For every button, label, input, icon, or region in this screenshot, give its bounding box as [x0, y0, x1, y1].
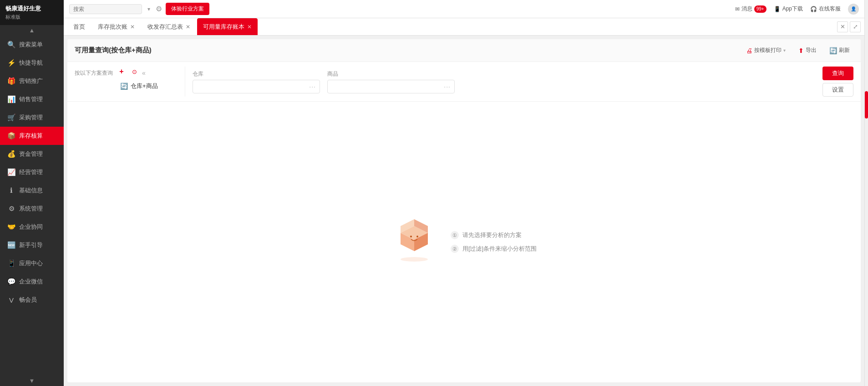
add-scheme-btn[interactable]: + [117, 67, 127, 77]
inventory-icon: 📦 [7, 132, 15, 140]
sidebar-item-basic[interactable]: ℹ 基础信息 [0, 181, 64, 200]
print-label: 按模板打印 [754, 46, 782, 54]
tab-home[interactable]: 首页 [67, 18, 91, 35]
sidebar-item-member[interactable]: V 畅会员 [0, 291, 64, 309]
scheme-warehouse-goods[interactable]: 🔄 仓库+商品 [117, 79, 185, 93]
empty-tip-1: ① 请先选择要分析的方案 [451, 231, 537, 239]
sidebar-item-system[interactable]: ⚙ 系统管理 [0, 200, 64, 218]
sidebar-item-purchase[interactable]: 🛒 采购管理 [0, 108, 64, 127]
sidebar-item-newuser[interactable]: 🆕 新手引导 [0, 236, 64, 254]
app-download-btn[interactable]: 📱 App下载 [774, 5, 803, 13]
filter-scheme-header: + ⊙ « [117, 67, 185, 77]
message-btn[interactable]: ✉ 消息 99+ [735, 5, 766, 13]
tab-action-btns: ✕ ⤢ [837, 21, 861, 32]
newuser-icon: 🆕 [7, 241, 15, 249]
sidebar-item-enterprise[interactable]: 🤝 企业协同 [0, 218, 64, 236]
warehouse-dots-btn[interactable]: ··· [309, 83, 316, 90]
sidebar-item-system-label: 系统管理 [19, 205, 43, 213]
tip-text-1: 请先选择要分析的方案 [462, 231, 522, 239]
user-avatar[interactable]: 👤 [848, 4, 859, 15]
empty-state: ① 请先选择要分析的方案 ② 用[过滤]条件来缩小分析范围 [67, 102, 861, 382]
filter-area: 按以下方案查询 + ⊙ « 🔄 仓库+商品 仓库 ··· [67, 62, 861, 102]
header-search-input[interactable] [73, 6, 128, 12]
filter-right-actions: 查询 设置 [822, 67, 853, 97]
sidebar-item-inventory[interactable]: 📦 库存核算 [0, 127, 64, 145]
header-search-box[interactable] [69, 4, 142, 14]
empty-state-tips: ① 请先选择要分析的方案 ② 用[过滤]条件来缩小分析范围 [451, 231, 537, 253]
sidebar-item-member-label: 畅会员 [19, 296, 37, 304]
search-dropdown-arrow[interactable]: ▾ [146, 6, 152, 12]
print-icon: 🖨 [746, 47, 752, 54]
sidebar-item-sales[interactable]: 📊 销售管理 [0, 90, 64, 108]
tab-batch-account-label: 库存批次账 [98, 23, 127, 31]
tab-close-all-btn[interactable]: ✕ [837, 21, 848, 32]
print-dropdown-arrow: ▾ [783, 48, 786, 53]
sidebar-item-marketing[interactable]: 🎁 营销推广 [0, 72, 64, 90]
sidebar-item-wechat[interactable]: 💬 企业微信 [0, 273, 64, 291]
sidebar-item-purchase-label: 采购管理 [19, 113, 43, 122]
mobile-icon: 📱 [774, 6, 781, 12]
scroll-down-arrow[interactable]: ▼ [0, 376, 64, 386]
export-label: 导出 [806, 46, 817, 54]
main-area: ▾ ⚙ 体验行业方案 ✉ 消息 99+ 📱 App下载 🎧 在线客服 👤 [64, 0, 864, 386]
scheme-warehouse-goods-icon: 🔄 [120, 82, 128, 90]
tip-num-2: ② [451, 245, 459, 253]
sidebar-item-search[interactable]: 🔍 搜索菜单 [0, 36, 64, 54]
sidebar-item-operation[interactable]: 📈 经营管理 [0, 163, 64, 181]
tab-collect-summary[interactable]: 收发存汇总表 ✕ [142, 18, 196, 35]
goods-input-box[interactable]: ··· [327, 80, 455, 93]
service-icon: 🎧 [810, 6, 817, 12]
tab-available-ledger-close[interactable]: ✕ [247, 24, 252, 30]
enterprise-icon: 🤝 [7, 223, 15, 231]
right-scrollbar[interactable] [864, 0, 868, 386]
sidebar-item-wechat-label: 企业微信 [19, 278, 43, 286]
settings-action-btn[interactable]: 设置 [822, 83, 853, 97]
sidebar-item-enterprise-label: 企业协同 [19, 223, 43, 231]
basic-icon: ℹ [7, 186, 15, 195]
warehouse-field-label: 仓库 [193, 70, 320, 78]
tab-available-ledger-label: 可用量库存账本 [203, 23, 244, 31]
sidebar-item-marketing-label: 营销推广 [19, 77, 43, 85]
sidebar-header: 畅康通好生意 标准版 [0, 0, 64, 25]
sidebar-item-finance[interactable]: 💰 资金管理 [0, 145, 64, 163]
tab-available-ledger[interactable]: 可用量库存账本 ✕ [197, 18, 258, 35]
tab-batch-account-close[interactable]: ✕ [130, 24, 135, 30]
sidebar-item-newuser-label: 新手引导 [19, 241, 43, 249]
query-btn[interactable]: 查询 [822, 67, 853, 80]
purchase-icon: 🛒 [7, 113, 15, 122]
settings-scheme-btn[interactable]: ⊙ [129, 67, 139, 77]
goods-input[interactable] [331, 83, 444, 90]
tab-expand-btn[interactable]: ⤢ [850, 21, 861, 32]
quicknav-icon: ⚡ [7, 59, 15, 67]
online-service-btn[interactable]: 🎧 在线客服 [810, 5, 841, 13]
message-icon: ✉ [735, 6, 740, 12]
header-gear-icon[interactable]: ⚙ [156, 5, 162, 13]
right-scrollbar-thumb[interactable] [865, 91, 868, 118]
goods-dots-btn[interactable]: ··· [444, 83, 451, 90]
operation-icon: 📈 [7, 168, 15, 176]
sidebar-item-sales-label: 销售管理 [19, 95, 43, 103]
svg-point-6 [416, 236, 418, 237]
warehouse-input[interactable] [197, 83, 309, 90]
tip-text-2: 用[过滤]条件来缩小分析范围 [462, 245, 537, 253]
refresh-btn[interactable]: 🔄 刷新 [826, 45, 853, 56]
goods-field-label: 商品 [327, 70, 455, 78]
page-title-bar: 可用量查询(按仓库+商品) 🖨 按模板打印 ▾ ⬆ 导出 🔄 刷新 [67, 39, 861, 62]
sidebar-item-appcenter[interactable]: 📱 应用中心 [0, 254, 64, 273]
warehouse-input-box[interactable]: ··· [193, 80, 320, 93]
avatar-icon: 👤 [851, 6, 856, 11]
tab-collect-summary-close[interactable]: ✕ [186, 24, 190, 30]
tab-batch-account[interactable]: 库存批次账 ✕ [92, 18, 141, 35]
collapse-arrow[interactable]: « [142, 69, 146, 77]
industry-btn[interactable]: 体验行业方案 [166, 3, 209, 15]
print-btn[interactable]: 🖨 按模板打印 ▾ [742, 45, 789, 56]
header-right: ✉ 消息 99+ 📱 App下载 🎧 在线客服 👤 [735, 4, 859, 15]
scroll-up-arrow[interactable]: ▲ [0, 25, 64, 36]
message-badge: 99+ [754, 5, 766, 13]
sidebar-item-quicknav[interactable]: ⚡ 快捷导航 [0, 54, 64, 72]
tab-collect-summary-label: 收发存汇总表 [147, 23, 183, 31]
filter-label: 按以下方案查询 [75, 69, 113, 77]
sidebar-item-appcenter-label: 应用中心 [19, 259, 43, 268]
sidebar-item-inventory-label: 库存核算 [19, 132, 43, 140]
export-btn[interactable]: ⬆ 导出 [795, 45, 820, 56]
